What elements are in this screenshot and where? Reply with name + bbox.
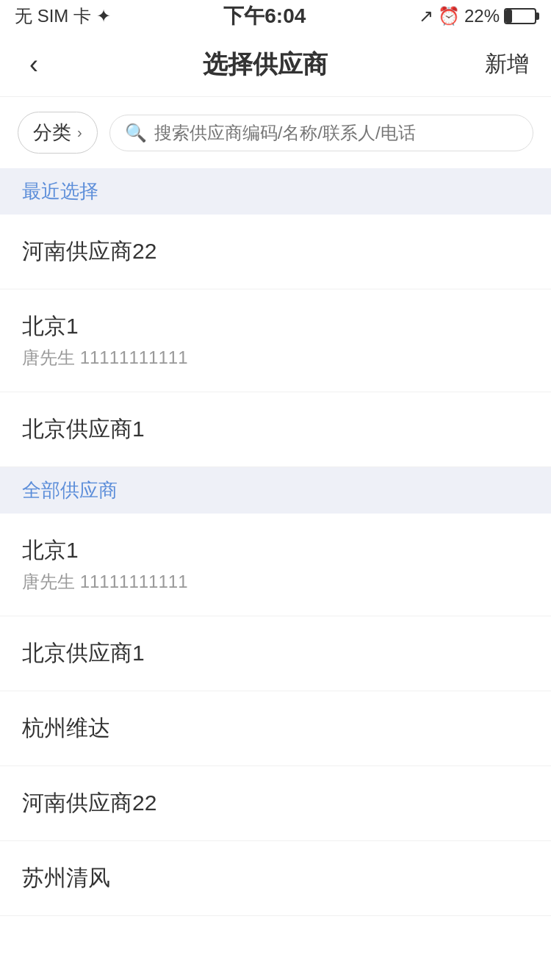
item-name: 河南供应商22 bbox=[22, 237, 529, 267]
item-name: 杭州维达 bbox=[22, 713, 529, 743]
alarm-icon: ⏰ bbox=[438, 6, 460, 26]
all-section-header: 全部供应商 bbox=[0, 467, 551, 514]
list-item[interactable]: 河南供应商22 bbox=[0, 215, 551, 289]
item-sub: 唐先生 11111111111 bbox=[22, 570, 529, 594]
list-item[interactable]: 苏州清风 bbox=[0, 841, 551, 916]
list-item[interactable]: 河南供应商22 bbox=[0, 766, 551, 841]
battery-percent: 22% bbox=[464, 6, 500, 26]
item-name: 北京1 bbox=[22, 311, 529, 342]
search-input[interactable] bbox=[154, 123, 518, 143]
recent-items-list: 河南供应商22北京1唐先生 11111111111北京供应商1 bbox=[0, 215, 551, 467]
status-bar: 无 SIM 卡 ✦ 下午6:04 ↗ ⏰ 22% bbox=[0, 0, 551, 32]
recent-section-label: 最近选择 bbox=[22, 180, 98, 202]
search-icon: 🔍 bbox=[125, 123, 147, 143]
all-items-list: 北京1唐先生 11111111111北京供应商1杭州维达河南供应商22苏州清风 bbox=[0, 514, 551, 916]
list-item[interactable]: 北京供应商1 bbox=[0, 392, 551, 467]
category-button[interactable]: 分类 › bbox=[18, 112, 98, 154]
recent-section-header: 最近选择 bbox=[0, 168, 551, 215]
battery-icon bbox=[504, 8, 536, 24]
chevron-right-icon: › bbox=[77, 124, 82, 141]
page-title: 选择供应商 bbox=[203, 48, 328, 82]
status-time: 下午6:04 bbox=[223, 2, 306, 30]
sim-status: 无 SIM 卡 ✦ bbox=[15, 4, 111, 28]
list-item[interactable]: 北京1唐先生 11111111111 bbox=[0, 289, 551, 392]
all-section-label: 全部供应商 bbox=[22, 479, 118, 501]
item-name: 北京供应商1 bbox=[22, 638, 529, 669]
list-item[interactable]: 北京1唐先生 11111111111 bbox=[0, 514, 551, 616]
status-right: ↗ ⏰ 22% bbox=[419, 6, 536, 26]
list-item[interactable]: 杭州维达 bbox=[0, 691, 551, 766]
location-icon: ↗ bbox=[419, 6, 433, 26]
add-button[interactable]: 新增 bbox=[485, 49, 529, 79]
filter-bar: 分类 › 🔍 bbox=[0, 97, 551, 168]
nav-bar: ‹ 选择供应商 新增 bbox=[0, 32, 551, 97]
item-name: 北京供应商1 bbox=[22, 414, 529, 444]
status-left: 无 SIM 卡 ✦ bbox=[15, 4, 111, 28]
item-name: 北京1 bbox=[22, 536, 529, 566]
list-item[interactable]: 北京供应商1 bbox=[0, 616, 551, 691]
category-label: 分类 bbox=[33, 120, 71, 145]
back-button[interactable]: ‹ bbox=[22, 42, 46, 87]
item-sub: 唐先生 11111111111 bbox=[22, 346, 529, 370]
search-box[interactable]: 🔍 bbox=[109, 115, 533, 151]
item-name: 苏州清风 bbox=[22, 863, 529, 893]
item-name: 河南供应商22 bbox=[22, 788, 529, 818]
